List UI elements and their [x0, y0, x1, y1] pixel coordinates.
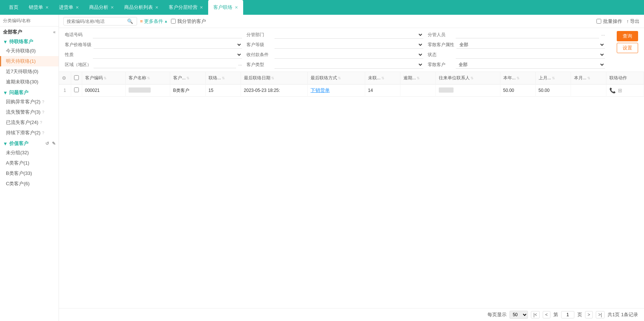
- cust-grade-select[interactable]: [274, 41, 424, 49]
- batch-checkbox[interactable]: [596, 19, 601, 24]
- table-body: 1 000021 B类客户 15 2023-05-23 18:25: 下销货单: [59, 84, 644, 97]
- sidebar-item-week[interactable]: 近7天待联络(0): [0, 66, 59, 77]
- group-pending-arrow: ▼: [3, 39, 8, 45]
- close-analysis-icon[interactable]: ✕: [111, 5, 114, 10]
- close-customer-layer-icon[interactable]: ✕: [200, 5, 203, 10]
- cell-contact: 15: [205, 84, 241, 97]
- close-analysis-list-icon[interactable]: ✕: [155, 5, 158, 10]
- adv-cell-nature: 性质: [65, 51, 246, 59]
- nature-select[interactable]: [93, 51, 242, 59]
- content-area: 🔍 ≡ 更多条件 ▲ 我分管的客户 批量操作 ↑ 导出: [59, 15, 644, 321]
- all-customers-section[interactable]: 全部客户 «: [0, 27, 59, 36]
- close-purchase-icon[interactable]: ✕: [76, 5, 79, 10]
- cell-contact-person: [435, 84, 500, 97]
- cust-grade-label: 客户等级: [246, 42, 272, 48]
- phone-input[interactable]: [93, 31, 242, 38]
- person-input[interactable]: [456, 31, 599, 38]
- sidebar: 🔍 全部客户 « ▼ 待联络客户 今天待联络(0) 明天待联络(1) 近7天待联…: [0, 15, 59, 321]
- close-customer-contact-icon[interactable]: ✕: [235, 5, 238, 10]
- nav-analysis[interactable]: 商品分析 ✕: [84, 0, 119, 15]
- sidebar-item-ungrouped[interactable]: 未分组(32): [0, 148, 59, 158]
- phone-action-icon[interactable]: 📞: [609, 87, 616, 93]
- gear-icon[interactable]: ⚙: [62, 75, 66, 81]
- sidebar-item-today[interactable]: 今天待联络(0): [0, 46, 59, 56]
- nav-home[interactable]: 首页: [4, 0, 24, 15]
- adv-cell-region: 区域（地区） ···: [65, 61, 246, 68]
- group-problem-arrow: ▼: [3, 90, 8, 96]
- main-layout: 🔍 全部客户 « ▼ 待联络客户 今天待联络(0) 明天待联络(1) 近7天待联…: [0, 15, 644, 321]
- person-dots[interactable]: ···: [601, 32, 605, 38]
- sidebar-item-churned[interactable]: 已流失客户(24) ?: [0, 117, 59, 128]
- cell-checkbox: [71, 84, 82, 97]
- per-page-select[interactable]: 50 100 200: [510, 311, 528, 319]
- masked-name: [129, 87, 151, 93]
- dept-select[interactable]: [274, 31, 424, 39]
- last-method-link[interactable]: 下销货单: [311, 87, 330, 93]
- select-all-checkbox[interactable]: [74, 75, 79, 80]
- customer-table: ⚙ 客户编码⇅ 客户名称⇅ 客户...⇅ 联络...⇅ 最后联络日期⇅ 最后联络…: [59, 72, 644, 97]
- scatter-attr-select[interactable]: 全部: [456, 41, 605, 49]
- region-input[interactable]: [94, 61, 236, 68]
- my-customers-checkbox[interactable]: [171, 19, 176, 24]
- nav-customer-layer[interactable]: 客户分层经营 ✕: [164, 0, 208, 15]
- adv-row-1: 电话号码 分管部门 分管人员 ···: [65, 31, 609, 39]
- next-page-btn[interactable]: >: [585, 311, 593, 318]
- query-button[interactable]: 查询: [617, 31, 638, 41]
- group-value-arrow: ▼: [3, 141, 8, 146]
- last-page-btn[interactable]: >|: [596, 311, 605, 318]
- adv-cell-payment: 收付款条件: [246, 51, 428, 59]
- cust-type-select[interactable]: [274, 61, 424, 69]
- total-label: 共1页 1条记录: [608, 311, 638, 318]
- prev-page-btn[interactable]: <: [543, 311, 550, 318]
- col-last-month: 上月...⇅: [535, 72, 571, 84]
- table-row: 1 000021 B类客户 15 2023-05-23 18:25: 下销货单: [59, 84, 644, 97]
- sidebar-item-type-b[interactable]: B类客户(33): [0, 168, 59, 179]
- sidebar-item-type-c[interactable]: C类客户(6): [0, 179, 59, 189]
- price-grade-select[interactable]: [94, 41, 242, 49]
- nav-customer-contact[interactable]: 客户联络 ✕: [208, 0, 243, 15]
- table-header-row: ⚙ 客户编码⇅ 客户名称⇅ 客户...⇅ 联络...⇅ 最后联络日期⇅ 最后联络…: [59, 72, 644, 84]
- cell-code: 000021: [82, 84, 125, 97]
- row-checkbox[interactable]: [74, 87, 79, 92]
- first-page-btn[interactable]: |<: [531, 311, 540, 318]
- adv-cell-cust-grade: 客户等级: [246, 41, 428, 49]
- page-input[interactable]: [561, 311, 574, 318]
- phone-label: 电话号码: [65, 32, 91, 38]
- collapse-icon: «: [53, 30, 56, 35]
- sidebar-item-type-a[interactable]: A类客户(1): [0, 158, 59, 168]
- sidebar-item-repurchase[interactable]: 回购异常客户(2) ?: [0, 97, 59, 107]
- top-actions: 批量操作 ↑ 导出: [596, 18, 640, 25]
- sidebar-item-overdue[interactable]: 逾期未联络(30): [0, 77, 59, 87]
- scatter-label: 零散客户: [428, 62, 454, 68]
- masked-contact: [439, 87, 454, 93]
- grid-action-icon[interactable]: ⊞: [618, 87, 622, 93]
- region-dots[interactable]: ···: [238, 62, 242, 68]
- payment-select[interactable]: [274, 51, 424, 59]
- per-page-label: 每页显示: [487, 311, 507, 318]
- sidebar-item-tomorrow[interactable]: 明天待联络(1): [0, 56, 59, 66]
- search-input[interactable]: [67, 19, 126, 24]
- export-btn[interactable]: ↑ 导出: [627, 18, 640, 25]
- adv-filter: 电话号码 分管部门 分管人员 ···: [59, 28, 644, 72]
- sidebar-item-churn-warn[interactable]: 流失预警客户(3) ?: [0, 107, 59, 117]
- search-icon[interactable]: 🔍: [127, 18, 133, 24]
- col-code: 客户编码⇅: [82, 72, 125, 84]
- sidebar-search-input[interactable]: [3, 18, 58, 23]
- scatter-select[interactable]: 全部: [456, 61, 605, 69]
- cell-last-date: 2023-05-23 18:25:: [241, 84, 307, 97]
- more-filter-btn[interactable]: ≡ 更多条件 ▲: [140, 18, 168, 25]
- col-last-method: 最后联络方式⇅: [307, 72, 365, 84]
- status-select[interactable]: [456, 51, 605, 59]
- close-sales-icon[interactable]: ✕: [45, 5, 49, 10]
- price-grade-label: 客户价格等级: [65, 42, 91, 48]
- nav-purchase[interactable]: 进货单 ✕: [54, 0, 84, 15]
- nav-analysis-list[interactable]: 商品分析列表 ✕: [119, 0, 164, 15]
- adv-cell-dept: 分管部门: [246, 31, 428, 39]
- batch-op-btn[interactable]: 批量操作: [596, 18, 622, 25]
- cell-type: B类客户: [170, 84, 205, 97]
- adv-cell-scatter: 零散客户 全部: [428, 61, 609, 69]
- set-button[interactable]: 设置: [617, 43, 638, 53]
- sidebar-item-declining[interactable]: 持续下滑客户(2) ?: [0, 128, 59, 138]
- group-problem-title: ▼ 问题客户: [0, 87, 59, 97]
- nav-sales[interactable]: 销货单 ✕: [24, 0, 54, 15]
